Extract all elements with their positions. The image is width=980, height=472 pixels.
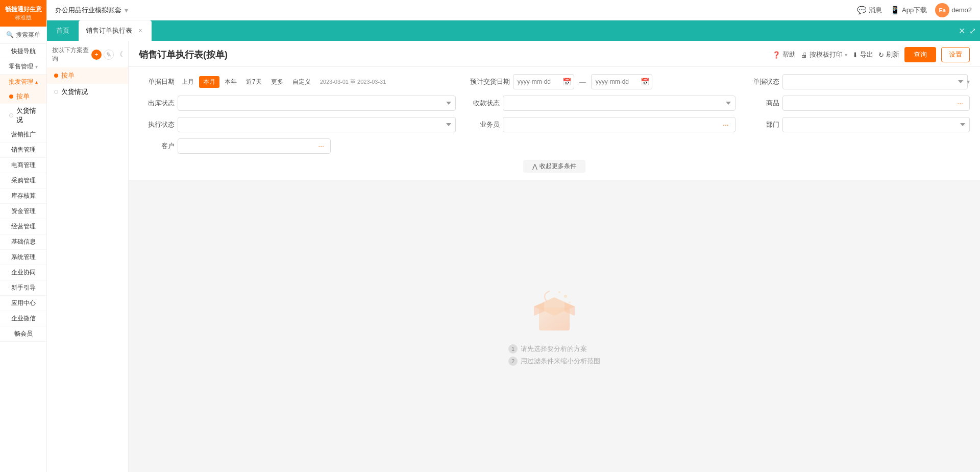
topbar-dropdown-icon[interactable]: ▾ <box>125 6 128 14</box>
sidebar-wholesale-section[interactable]: 批发管理 ▴ <box>0 75 46 89</box>
message-label: 消息 <box>869 6 882 15</box>
chevron-down-icon: ▾ <box>35 64 38 69</box>
tip-text-1: 请先选择要分析的方案 <box>521 344 587 353</box>
help-icon: ❓ <box>772 51 780 59</box>
user-name: demo2 <box>951 6 972 14</box>
delivery-date-group: 预计交货日期 📅 — 📅 <box>464 74 736 89</box>
sidebar-quick-nav[interactable]: 快捷导航 <box>0 44 46 59</box>
customer-ellipsis-icon[interactable]: ··· <box>316 142 326 150</box>
salesperson-ellipsis-icon[interactable]: ··· <box>721 121 731 129</box>
topbar-title: 办公用品行业模拟账套 <box>55 6 121 15</box>
delivery-date-to-wrapper: 📅 <box>591 74 652 89</box>
sidebar-item-ecommerce[interactable]: 电商管理 <box>0 158 46 173</box>
collapse-panel-btn[interactable]: 《 <box>116 50 123 59</box>
scheme-debt-item[interactable]: 欠货情况 <box>47 84 128 100</box>
sidebar-item-operations[interactable]: 经营管理 <box>0 219 46 234</box>
dept-group: 部门 <box>744 117 970 132</box>
maximize-icon[interactable]: ⤢ <box>969 26 976 36</box>
print-label: 按模板打印 <box>810 50 843 59</box>
dept-select[interactable] <box>782 117 970 132</box>
help-btn[interactable]: ❓ 帮助 <box>772 50 796 59</box>
date-range-text: 2023-03-01 至 2023-03-31 <box>320 78 386 86</box>
logo-text: 畅捷通好生意 <box>5 5 42 14</box>
logo-subtext: 标准版 <box>5 14 42 21</box>
delivery-date-to[interactable] <box>591 74 652 89</box>
sidebar-item-sales[interactable]: 销售管理 <box>0 143 46 158</box>
date-tab-more[interactable]: 更多 <box>267 76 287 88</box>
sidebar-item-finance[interactable]: 资金管理 <box>0 204 46 219</box>
sidebar-sub-byorder-label: 按单 <box>16 92 30 101</box>
page-actions: ❓ 帮助 🖨 按模板打印 ▾ ⬇ 导出 ↻ 刷新 <box>772 47 970 62</box>
sidebar-item-purchase[interactable]: 采购管理 <box>0 173 46 188</box>
delivery-status-select[interactable] <box>178 96 456 111</box>
tab-sales-exec-table[interactable]: 销售订单执行表 × <box>79 20 152 41</box>
sidebar-item-app-center[interactable]: 应用中心 <box>0 296 46 311</box>
exec-status-select[interactable] <box>178 117 456 132</box>
sidebar-sub-byorder[interactable]: 按单 <box>0 89 46 104</box>
export-btn[interactable]: ⬇ 导出 <box>852 50 873 59</box>
salesperson-input[interactable]: ··· <box>503 117 736 132</box>
scheme-byorder-item[interactable]: 按单 <box>47 67 128 84</box>
date-tab-thismonth[interactable]: 本月 <box>199 76 219 88</box>
sidebar-item-wholesale-label: 批发管理 <box>9 78 33 86</box>
scheme-inactive-dot <box>54 90 58 94</box>
sidebar-item-wechat[interactable]: 企业微信 <box>0 311 46 326</box>
date-label: 单据日期 <box>139 77 175 86</box>
sidebar-sub-debt-label: 欠货情况 <box>16 106 37 125</box>
print-btn[interactable]: 🖨 按模板打印 ▾ <box>801 50 847 59</box>
tabbar-actions: ✕ ⤢ <box>959 26 980 36</box>
edit-scheme-btn[interactable]: ✎ <box>104 50 114 60</box>
refresh-label: 刷新 <box>886 50 899 59</box>
tab-close-icon[interactable]: × <box>136 27 144 35</box>
refresh-btn[interactable]: ↻ 刷新 <box>878 50 899 59</box>
empty-tip-1: 1 请先选择要分析的方案 <box>508 344 600 353</box>
tab-home[interactable]: 首页 <box>47 20 79 41</box>
sidebar-search[interactable]: 🔍 搜索菜单 <box>0 27 46 44</box>
empty-icon <box>529 287 580 338</box>
filter-row-2: 出库状态 收款状态 商品 ··· <box>139 96 970 111</box>
collapse-btn[interactable]: ⋀ 收起更多条件 <box>523 160 585 173</box>
close-window-icon[interactable]: ✕ <box>959 26 965 36</box>
left-panel-header: 按以下方案查询 + ✎ 《 <box>47 46 128 67</box>
collapse-area: ⋀ 收起更多条件 <box>139 160 970 173</box>
content-area: 按以下方案查询 + ✎ 《 按单 欠货情况 销售订单执行表(按单) <box>47 41 980 472</box>
delivery-status-label: 出库状态 <box>139 99 175 108</box>
scheme-active-dot <box>54 74 58 78</box>
left-panel-actions: + ✎ 《 <box>91 50 123 60</box>
sidebar: 畅捷通好生意 标准版 🔍 搜索菜单 快捷导航 零售管理 ▾ 批发管理 ▴ 按单 … <box>0 0 47 472</box>
sidebar-item-guide[interactable]: 新手引导 <box>0 280 46 296</box>
date-tab-last7[interactable]: 近7天 <box>242 76 266 88</box>
query-btn[interactable]: 查询 <box>904 47 936 62</box>
add-scheme-btn[interactable]: + <box>91 50 102 60</box>
date-tab-thisyear[interactable]: 本年 <box>220 76 241 88</box>
delivery-date-from[interactable] <box>513 74 574 89</box>
doc-status-select[interactable] <box>782 74 968 89</box>
sidebar-item-system[interactable]: 系统管理 <box>0 250 46 265</box>
filter-row-1: 单据日期 上月 本月 本年 近7天 更多 自定义 2023-03-01 至 20… <box>139 74 970 89</box>
goods-input[interactable]: ··· <box>782 96 970 111</box>
empty-state: 1 请先选择要分析的方案 2 用过滤条件来缩小分析范围 <box>129 180 980 472</box>
sidebar-item-stock[interactable]: 库存核算 <box>0 188 46 204</box>
user-info[interactable]: Ea demo2 <box>935 3 972 17</box>
app-download-btn[interactable]: 📱 App下载 <box>890 6 927 15</box>
customer-input[interactable]: ··· <box>178 138 331 154</box>
svg-point-5 <box>569 301 571 303</box>
goods-ellipsis-icon[interactable]: ··· <box>955 99 965 107</box>
sidebar-item-member[interactable]: 畅会员 <box>0 326 46 342</box>
page-header: 销售订单执行表(按单) ❓ 帮助 🖨 按模板打印 ▾ ⬇ 导出 <box>129 41 980 67</box>
date-tab-lastmonth[interactable]: 上月 <box>178 76 198 88</box>
svg-point-6 <box>558 291 560 293</box>
date-tab-custom[interactable]: 自定义 <box>288 76 315 88</box>
sidebar-item-retail[interactable]: 零售管理 ▾ <box>0 59 46 75</box>
settings-btn[interactable]: 设置 <box>941 47 970 62</box>
sidebar-item-marketing[interactable]: 营销推广 <box>0 127 46 143</box>
print-dropdown-icon: ▾ <box>845 52 847 58</box>
message-btn[interactable]: 💬 消息 <box>857 6 882 15</box>
tip-num-1: 1 <box>508 344 518 353</box>
date-dash: — <box>579 78 586 86</box>
payment-status-select[interactable] <box>503 96 736 111</box>
sidebar-item-basic[interactable]: 基础信息 <box>0 234 46 250</box>
sidebar-item-enterprise[interactable]: 企业协同 <box>0 265 46 280</box>
sidebar-sub-debt[interactable]: 欠货情况 <box>0 104 46 127</box>
tab-home-label: 首页 <box>56 26 69 35</box>
